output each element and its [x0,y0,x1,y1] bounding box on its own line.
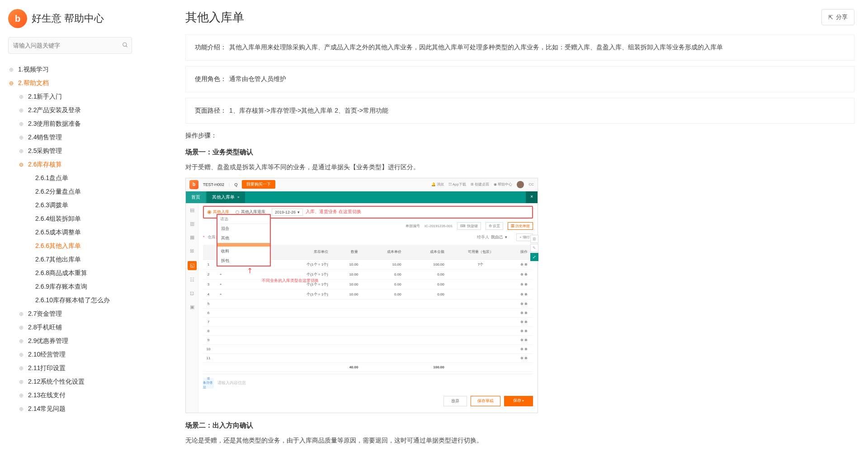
table-total-row: 40.00100.00 [203,362,533,371]
nav-2-6-8[interactable]: 2.6.8商品成本重算 [8,266,132,280]
nav-2-9[interactable]: ⊕2.9优惠券管理 [8,334,132,348]
nav-2-6-1[interactable]: 2.6.1盘点单 [8,171,132,185]
nav-2-11[interactable]: ⊕2.11打印设置 [8,362,132,375]
share-button[interactable]: ⇱ 分享 [821,9,854,25]
app-sidebar: ▤ ▥ ▦ ⊞ ◱ ☷ ⊡ ▣ [186,203,198,413]
path-box: 页面路径： 1、库存核算->库存管理->其他入库单 2、首页->常用功能 [185,98,854,124]
nav-2-10[interactable]: ⊕2.10经营管理 [8,348,132,362]
role-box: 使用角色： 通常由仓管人员维护 [185,66,854,92]
dropdown-item-hover [217,243,270,247]
nav-2-6-9[interactable]: 2.6.9库存账本查询 [8,280,132,294]
handler-field: 经手人 我自己 ▾ [477,234,507,240]
nav-2-1[interactable]: ⊕2.1新手入门 [8,90,132,104]
nav-video[interactable]: ⊕1.视频学习 [8,63,132,76]
annotation-1: 入库、退货业务 在这里切换 [306,209,361,215]
nav-2-6-3[interactable]: 2.6.3调拨单 [8,199,132,212]
page-title: 其他入库单 [185,10,244,25]
search-box [8,37,132,54]
nav-docs[interactable]: ⊖2.帮助文档 [8,76,132,90]
nav-2-6-4[interactable]: 2.6.4组装拆卸单 [8,212,132,226]
tool-icon: ⤢ [530,253,538,261]
title-row: 其他入库单 ⇱ 分享 [185,9,854,25]
collapse-icon: ⊖ [8,80,14,86]
draft-btn: 保存草稿 [471,396,500,406]
nav-2-14[interactable]: ⊕2.14常见问题 [8,402,132,416]
nav-2-13[interactable]: ⊕2.13在线支付 [8,389,132,402]
desktop-link: ⊞ 创建桌面 [471,182,489,187]
nav-label: 2.3使用前数据准备 [28,120,81,128]
expand-icon: ⊕ [18,134,24,141]
nav-label: 2.6.2分量盘点单 [35,188,81,196]
nav-tree: ⊕1.视频学习 ⊖2.帮助文档 ⊕2.1新手入门 ⊕2.2产品安装及登录 ⊕2.… [8,63,132,416]
help-link: ◉ 帮助中心 [494,182,512,187]
svg-point-0 [123,43,127,46]
share-label: 分享 [836,13,848,21]
expand-icon: ⊕ [18,379,24,385]
app-logo-icon: b [189,180,198,189]
nav-2-5[interactable]: ⊕2.5采购管理 [8,144,132,158]
nav-label: 2.6.1盘点单 [35,174,68,182]
memo-icon: ☰备注信息 [203,378,214,389]
expand-icon: ⊕ [18,406,24,412]
path-text: 1、库存核算->库存管理->其他入库单 2、首页->常用功能 [229,105,388,116]
nav-2-4[interactable]: ⊕2.4销售管理 [8,131,132,144]
expand-icon: ⊕ [18,121,24,127]
module-icon: ⊞ [189,247,196,255]
tab-doc: 其他入库单× [207,191,245,203]
scene2-title: 场景二：出入方向确认 [185,421,854,430]
nav-label: 2.帮助文档 [18,79,49,87]
nav-2-6[interactable]: ⊖2.6库存核算 [8,158,132,171]
expand-icon: ⊕ [18,365,24,371]
avatar-icon [517,181,524,188]
module-icon: ☷ [189,276,196,284]
nav-label: 2.9优惠券管理 [28,337,68,345]
nav-label: 2.6.4组装拆卸单 [35,215,81,223]
module-icon: ▤ [189,207,196,214]
nav-2-7[interactable]: ⊕2.7资金管理 [8,307,132,321]
app-link: ☷ App下载 [448,182,466,187]
intro-text: 其他入库单用来处理除采购入库、产成品入库之外的其他入库业务，因此其他入库单可处理… [229,42,723,53]
nav-2-6-7[interactable]: 2.6.7其他出库单 [8,253,132,266]
nav-2-2[interactable]: ⊕2.2产品安装及登录 [8,104,132,117]
sep: | [229,182,230,187]
nav-label: 2.10经营管理 [28,351,66,359]
nav-2-6-2[interactable]: 2.6.2分量盘点单 [8,185,132,199]
table-row: 5⊕ ⊗ [203,299,533,308]
history-btn: ☰ 历史单据 [508,222,533,230]
scene1-title: 场景一：业务类型确认 [185,148,854,157]
module-icon: ▥ [189,220,196,228]
nav-2-6-10[interactable]: 2.6.10库存账本错了怎么办 [8,294,132,307]
brand-title: 好生意 帮助中心 [32,12,104,25]
nav-label: 2.6库存核算 [28,161,62,169]
expand-icon: ⊕ [18,324,24,331]
expand-icon: ⊕ [18,94,24,100]
app-screenshot: b TEST-H002 | Q 我要购买一下 🔔 消息 ☷ App下载 ⊞ 创建… [185,178,538,413]
dropdown-item: 拆包 [217,256,270,266]
search-input[interactable] [8,37,132,54]
nav-2-8[interactable]: ⊕2.8手机旺铺 [8,321,132,334]
app-content: 其他入库 其他入库退库 2019-12-26 ▾ ← 入库、退货业务 在这里切换… [198,203,538,413]
dropdown-item: 其他 [217,233,270,243]
nav-2-3[interactable]: ⊕2.3使用前数据准备 [8,117,132,131]
module-icon-active: ◱ [188,261,197,270]
search-icon[interactable] [122,42,128,49]
nav-2-12[interactable]: ⊕2.12系统个性化设置 [8,375,132,389]
close-icon: × [237,195,240,199]
nav-label: 2.6.10库存账本错了怎么办 [35,296,110,305]
date-field: 2019-12-26 ▾ [272,209,303,216]
table-row: 7⊕ ⊗ [203,317,533,326]
discard-btn: 放弃 [443,396,467,406]
nav-label: 2.6.7其他出库单 [35,256,81,264]
sidebar: b 好生意 帮助中心 ⊕1.视频学习 ⊖2.帮助文档 ⊕2.1新手入门 ⊕2.2… [0,0,140,452]
col-usable: 可用量（包装） [446,245,515,260]
nav-2-6-6[interactable]: 2.6.6其他入库单 [8,239,132,253]
nav-label: 2.6.3调拨单 [35,201,68,209]
nav-label: 2.2产品安装及登录 [28,106,81,114]
table-row: 11⊕ ⊗ [203,353,533,362]
bottom-buttons: 放弃 保存草稿 保存 [203,392,533,410]
nav-label: 1.视频学习 [18,66,49,74]
scene2-desc1: 无论是受赠，还是其他类型的业务，由于入库商品质量等原因，需要退回，这时可通过单据… [185,434,854,447]
nav-2-6-5[interactable]: 2.6.5成本调整单 [8,226,132,239]
col-price: 成本单价 [360,245,403,260]
tenant-label: TEST-H002 [203,182,224,187]
